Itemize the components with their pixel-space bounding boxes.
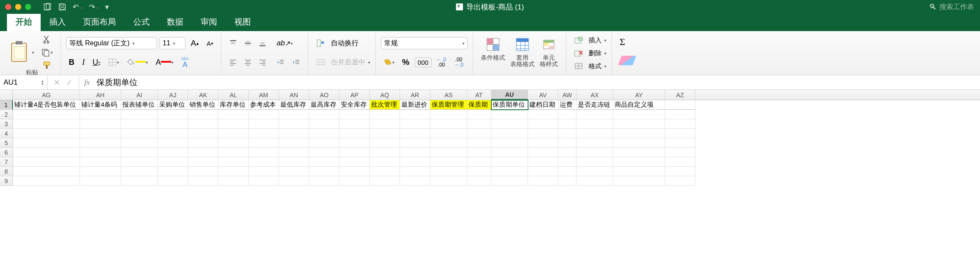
increase-font-button[interactable]: A▴ <box>188 37 202 49</box>
cell-AK3[interactable] <box>188 119 218 129</box>
cell-AN8[interactable] <box>279 167 309 176</box>
cell-AW2[interactable] <box>558 110 576 119</box>
currency-button[interactable]: ▾ <box>381 57 397 67</box>
cell-AX6[interactable] <box>576 148 613 157</box>
column-header-AY[interactable]: AY <box>613 90 665 100</box>
column-header-AX[interactable]: AX <box>576 90 613 100</box>
cell-AU2[interactable] <box>491 110 528 119</box>
customize-qat-icon[interactable]: ▾ <box>105 3 109 12</box>
cell-AU9[interactable] <box>491 176 528 186</box>
cell-AU7[interactable] <box>491 157 528 167</box>
cell-AS2[interactable] <box>430 110 467 119</box>
cell-AN2[interactable] <box>279 110 309 119</box>
cell-AZ8[interactable] <box>665 167 695 176</box>
cell-AQ3[interactable] <box>370 119 400 129</box>
bold-button[interactable]: B <box>66 57 77 68</box>
cell-AP1[interactable]: 安全库存 <box>339 100 370 110</box>
format-as-table-button[interactable]: 套用 表格格式 <box>508 35 537 68</box>
cell-AK5[interactable] <box>188 138 218 148</box>
cell-AV5[interactable] <box>528 138 558 148</box>
cell-AS3[interactable] <box>430 119 467 129</box>
tab-data[interactable]: 数据 <box>158 13 192 31</box>
cell-AN5[interactable] <box>279 138 309 148</box>
cell-AM4[interactable] <box>249 129 279 138</box>
cell-AW3[interactable] <box>558 119 576 129</box>
cell-AU5[interactable] <box>491 138 528 148</box>
cell-AI4[interactable] <box>121 129 158 138</box>
cell-AS7[interactable] <box>430 157 467 167</box>
cell-AQ9[interactable] <box>370 176 400 186</box>
cell-AM2[interactable] <box>249 110 279 119</box>
cell-AO9[interactable] <box>309 176 339 186</box>
zoom-window-icon[interactable] <box>25 4 31 10</box>
align-right-button[interactable] <box>256 57 269 67</box>
cell-AK9[interactable] <box>188 176 218 186</box>
cell-AK7[interactable] <box>188 157 218 167</box>
cell-AO4[interactable] <box>309 129 339 138</box>
cell-AR5[interactable] <box>400 138 430 148</box>
cell-AY5[interactable] <box>613 138 665 148</box>
cell-AH7[interactable] <box>80 157 121 167</box>
cell-AU4[interactable] <box>491 129 528 138</box>
cell-AP5[interactable] <box>339 138 370 148</box>
column-header-AS[interactable]: AS <box>430 90 467 100</box>
autosave-icon[interactable] <box>43 3 52 11</box>
cell-AN6[interactable] <box>279 148 309 157</box>
cell-AJ3[interactable] <box>158 119 188 129</box>
italic-button[interactable]: I <box>80 57 87 68</box>
cell-AG4[interactable] <box>13 129 80 138</box>
insert-cells-button[interactable]: + <box>571 35 586 45</box>
cell-AJ1[interactable]: 采购单位 <box>158 100 188 110</box>
cell-AX7[interactable] <box>576 157 613 167</box>
cell-AJ7[interactable] <box>158 157 188 167</box>
cell-AN7[interactable] <box>279 157 309 167</box>
cell-AT2[interactable] <box>467 110 491 119</box>
cell-AI9[interactable] <box>121 176 158 186</box>
percent-button[interactable]: % <box>400 56 412 68</box>
paste-dropdown-icon[interactable]: ▾ <box>32 50 34 55</box>
cell-AH5[interactable] <box>80 138 121 148</box>
cell-AR3[interactable] <box>400 119 430 129</box>
cell-AS6[interactable] <box>430 148 467 157</box>
cell-AR1[interactable]: 最新进价 <box>400 100 430 110</box>
copy-button[interactable]: ▾ <box>38 47 55 58</box>
comma-button[interactable]: 000 <box>415 57 432 67</box>
cell-AJ4[interactable] <box>158 129 188 138</box>
cell-AO3[interactable] <box>309 119 339 129</box>
cell-AI8[interactable] <box>121 167 158 176</box>
cell-AY9[interactable] <box>613 176 665 186</box>
cell-AM3[interactable] <box>249 119 279 129</box>
row-header-8[interactable]: 8 <box>0 167 13 176</box>
tab-formulas[interactable]: 公式 <box>125 13 158 31</box>
cell-AI3[interactable] <box>121 119 158 129</box>
cell-AK6[interactable] <box>188 148 218 157</box>
cell-AV1[interactable]: 建档日期 <box>528 100 558 110</box>
cell-AQ7[interactable] <box>370 157 400 167</box>
cell-AP8[interactable] <box>339 167 370 176</box>
cell-AH1[interactable]: 辅计量4条码 <box>80 100 121 110</box>
cell-AG9[interactable] <box>13 176 80 186</box>
cell-AT7[interactable] <box>467 157 491 167</box>
cell-AW9[interactable] <box>558 176 576 186</box>
cell-AX9[interactable] <box>576 176 613 186</box>
cell-AY8[interactable] <box>613 167 665 176</box>
cell-AV9[interactable] <box>528 176 558 186</box>
cell-AH9[interactable] <box>80 176 121 186</box>
cell-AZ3[interactable] <box>665 119 695 129</box>
close-window-icon[interactable] <box>5 4 11 10</box>
cell-AT4[interactable] <box>467 129 491 138</box>
cell-AW5[interactable] <box>558 138 576 148</box>
decrease-decimal-button[interactable]: .00→.0 <box>452 56 466 69</box>
cell-AH4[interactable] <box>80 129 121 138</box>
column-header-AW[interactable]: AW <box>558 90 576 100</box>
cell-AU8[interactable] <box>491 167 528 176</box>
cell-AH2[interactable] <box>80 110 121 119</box>
column-header-AG[interactable]: AG <box>13 90 80 100</box>
cell-AP2[interactable] <box>339 110 370 119</box>
cell-AM5[interactable] <box>249 138 279 148</box>
cell-AT3[interactable] <box>467 119 491 129</box>
cell-AJ6[interactable] <box>158 148 188 157</box>
cell-AL1[interactable]: 库存单位 <box>218 100 249 110</box>
cell-AV4[interactable] <box>528 129 558 138</box>
chevron-down-icon[interactable]: ▾ <box>368 60 370 65</box>
